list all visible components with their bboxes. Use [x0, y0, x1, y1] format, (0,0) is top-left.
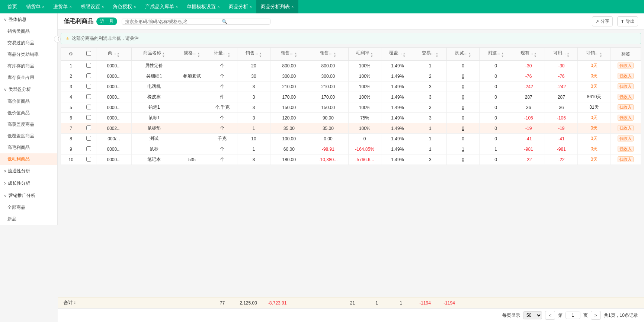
browse1-link[interactable]: 0: [462, 84, 464, 89]
nav-close-icon[interactable]: ×: [69, 4, 71, 9]
sidebar-item-高覆盖度商品[interactable]: 高覆盖度商品: [0, 119, 57, 130]
table-cell-11: 1: [414, 134, 446, 144]
col-header-8[interactable]: 销售...▲▼: [308, 48, 348, 61]
nav-item-角色授权[interactable]: 角色授权×: [108, 0, 140, 13]
row-checkbox[interactable]: [86, 136, 91, 141]
browse1-link[interactable]: 0: [462, 157, 464, 162]
col-header-6[interactable]: 销售...▲▼: [237, 48, 270, 61]
share-icon: ↗: [595, 19, 599, 24]
sidebar-group-流通性分析[interactable]: > 流通性分析: [0, 165, 57, 177]
col-header-15[interactable]: 可用...▲▼: [545, 48, 578, 61]
browse1-link[interactable]: 1: [462, 147, 464, 152]
row-checkbox[interactable]: [86, 84, 91, 89]
col-header-7[interactable]: 销售...▲▼: [270, 48, 308, 61]
sidebar-group-类群盈分析[interactable]: ∨ 类群盈分析: [0, 83, 57, 96]
sidebar-item-销售类商品[interactable]: 销售类商品: [0, 26, 57, 37]
table-cell-16: 0天: [578, 113, 611, 123]
table-cell-5: 个: [207, 113, 237, 123]
per-page-select[interactable]: 50 100 200: [523, 311, 542, 319]
table-cell-10: 1.49%: [381, 144, 414, 154]
browse1-link[interactable]: 0: [462, 74, 464, 79]
page-input[interactable]: [565, 312, 580, 319]
nav-close-icon[interactable]: ×: [134, 4, 136, 9]
table-cell-4: [177, 92, 207, 102]
col-header-16[interactable]: 可销...▲▼: [578, 48, 611, 61]
settings-icon[interactable]: ⚙: [69, 51, 73, 57]
nav-close-icon[interactable]: ×: [291, 4, 294, 9]
nav-item-商品分析列表[interactable]: 商品分析列表×: [256, 0, 298, 13]
prev-page-button[interactable]: ＜: [545, 311, 555, 320]
sidebar-item-低毛利商品[interactable]: 低毛利商品: [0, 153, 57, 165]
table-cell-3: 测试: [131, 134, 177, 144]
table-cell-16: 0天: [578, 134, 611, 144]
table-area[interactable]: ⚙商...▲▼商品名称▲▼规格...▲▼计量...▲▼销售...▲▼销售...▲…: [61, 47, 641, 297]
table-cell-4: [177, 102, 207, 113]
table-cell-5: 个: [207, 82, 237, 92]
nav-close-icon[interactable]: ×: [217, 4, 220, 9]
per-page-label: 每页显示: [502, 312, 520, 319]
col-header-2[interactable]: 商...▲▼: [96, 48, 131, 61]
col-header-14[interactable]: 现有...▲▼: [512, 48, 545, 61]
browse1-link[interactable]: 0: [462, 63, 464, 68]
row-checkbox[interactable]: [86, 105, 91, 109]
row-checkbox[interactable]: [86, 115, 91, 120]
nav-item-商品分析[interactable]: 商品分析×: [224, 0, 256, 13]
table-cell-6: 3: [237, 113, 270, 123]
sidebar-group-成长性分析[interactable]: > 成长性分析: [0, 177, 57, 189]
row-checkbox[interactable]: [86, 146, 91, 151]
nav-item-销货单[interactable]: 销货单×: [22, 0, 49, 13]
browse1-link[interactable]: 0: [462, 115, 464, 121]
sidebar-item-交易过的商品[interactable]: 交易过的商品: [0, 37, 57, 49]
sidebar-group-整体信息[interactable]: ∨ 整体信息: [0, 13, 57, 26]
browse1-link[interactable]: 0: [462, 95, 464, 100]
col-header-12[interactable]: 浏览...▲▼: [446, 48, 479, 61]
search-input[interactable]: [125, 19, 222, 24]
sidebar-collapse-button[interactable]: 《: [54, 36, 61, 42]
col-header-10[interactable]: 覆盖...▲▼: [381, 48, 414, 61]
col-header-5[interactable]: 计量...▲▼: [207, 48, 237, 61]
next-page-button[interactable]: ＞: [591, 311, 601, 320]
col-header-9[interactable]: 毛利率▲▼: [348, 48, 381, 61]
sidebar-item-高价值商品[interactable]: 高价值商品: [0, 96, 57, 107]
sidebar-item-全部商品[interactable]: 全部商品: [0, 202, 57, 213]
browse1-link[interactable]: 0: [462, 105, 464, 110]
nav-item-产成品入库单[interactable]: 产成品入库单×: [141, 0, 182, 13]
nav-item-权限设置[interactable]: 权限设置×: [76, 0, 108, 13]
col-header-3[interactable]: 商品名称▲▼: [131, 48, 177, 61]
select-all-checkbox[interactable]: [86, 51, 91, 56]
table-cell-9: 100%: [348, 61, 381, 71]
nav-close-icon[interactable]: ×: [102, 4, 104, 9]
col-header-11[interactable]: 交易...▲▼: [414, 48, 446, 61]
sidebar-item-有库存的商品[interactable]: 有库存的商品: [0, 60, 57, 72]
nav-item-单据模板设置[interactable]: 单据模板设置×: [182, 0, 224, 13]
row-checkbox[interactable]: [86, 73, 91, 78]
table-cell-16: 31天: [578, 102, 611, 113]
row-checkbox[interactable]: [86, 125, 91, 130]
sidebar-item-商品分类助销率[interactable]: 商品分类助销率: [0, 49, 57, 60]
nav-close-icon[interactable]: ×: [42, 4, 44, 9]
search-icon[interactable]: 🔍: [222, 19, 227, 24]
table-cell-9: 100%: [348, 92, 381, 102]
sidebar-item-低覆盖度商品[interactable]: 低覆盖度商品: [0, 130, 57, 142]
sidebar-item-新品[interactable]: 新品: [0, 213, 57, 225]
browse1-link[interactable]: 0: [462, 126, 464, 131]
nav-item-首页[interactable]: 首页: [3, 0, 22, 13]
export-button[interactable]: ⬆ 导出: [617, 16, 638, 26]
share-button[interactable]: ↗ 分享: [592, 16, 613, 26]
sidebar-item-低价值商品[interactable]: 低价值商品: [0, 107, 57, 119]
table-cell-17: 低收入: [611, 82, 641, 92]
sidebar-item-库存资金占用[interactable]: 库存资金占用: [0, 72, 57, 83]
row-checkbox[interactable]: [86, 157, 91, 162]
nav-item-进货单[interactable]: 进货单×: [49, 0, 76, 13]
table-cell-2: 0002...: [96, 123, 131, 134]
period-button[interactable]: 近一月: [96, 17, 117, 25]
sidebar-group-营销推广分析[interactable]: ∨ 营销推广分析: [0, 189, 57, 202]
sidebar-item-高毛利商品[interactable]: 高毛利商品: [0, 142, 57, 153]
col-header-4[interactable]: 规格...▲▼: [177, 48, 207, 61]
row-checkbox[interactable]: [86, 63, 91, 68]
col-header-13[interactable]: 浏览...▲▼: [480, 48, 512, 61]
browse1-link[interactable]: 0: [462, 136, 464, 141]
nav-close-icon[interactable]: ×: [176, 4, 178, 9]
row-checkbox[interactable]: [86, 94, 91, 99]
nav-close-icon[interactable]: ×: [250, 4, 252, 9]
